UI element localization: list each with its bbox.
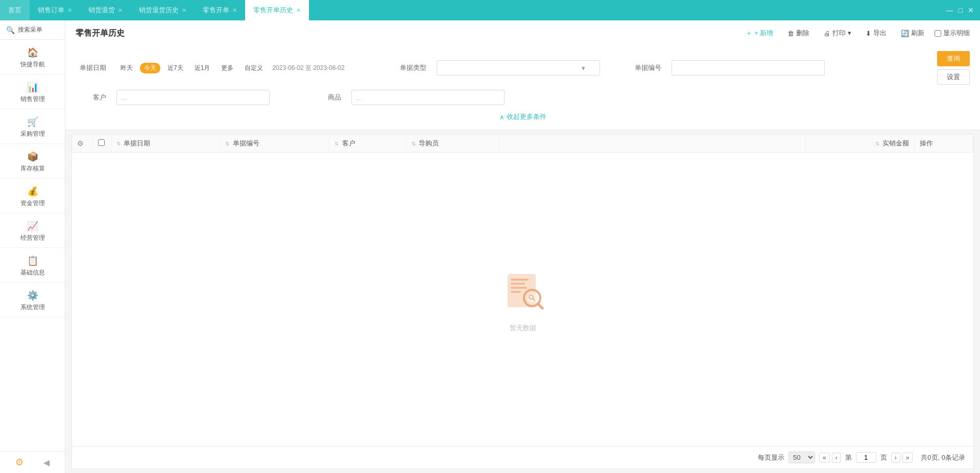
set-button[interactable]: 设置 <box>937 69 970 85</box>
sidebar-search[interactable]: 🔍 搜索采单 <box>0 20 65 40</box>
sidebar-bottom: ⚙ ◀ <box>0 451 65 473</box>
collapse-sidebar-icon[interactable]: ◀ <box>43 458 50 467</box>
page-navigation: « ‹ 第 页 › » <box>819 452 913 463</box>
customer-input[interactable]: … <box>116 90 270 105</box>
close-sales-return[interactable]: ✕ <box>118 7 123 14</box>
add-label: + 新增 <box>754 29 773 38</box>
export-label: 导出 <box>873 29 887 38</box>
col-date: ⇅ 单据日期 <box>111 135 220 153</box>
filter-row-2: 客户 … 商品 … <box>76 90 970 105</box>
sidebar-item-sys-mgmt[interactable]: ⚙️ 系统管理 <box>0 283 65 317</box>
doc-type-select[interactable]: ▾ <box>437 60 600 76</box>
date-opt-more[interactable]: 更多 <box>217 63 237 73</box>
total-info: 共0页, 0条记录 <box>921 453 965 462</box>
goods-label: 商品 <box>310 93 341 102</box>
data-table: ⚙ ⇅ 单据日期 ⇅ 单据编号 <box>72 135 973 153</box>
query-button[interactable]: 查询 <box>937 51 970 66</box>
sort-arrows-guide[interactable]: ⇅ <box>412 141 417 146</box>
sidebar-item-finance[interactable]: 💰 资金管理 <box>0 179 65 213</box>
tab-retail-open[interactable]: 零售开单 ✕ <box>195 0 245 20</box>
collapse-more-label: 收起更多条件 <box>507 112 546 121</box>
date-options: 昨天 今天 近7天 近1月 更多 自定义 2023-06-02 至 2023-0… <box>116 63 345 73</box>
page-label-after: 页 <box>880 453 887 462</box>
date-opt-7days[interactable]: 近7天 <box>163 63 187 73</box>
tab-home[interactable]: 首页 <box>0 0 30 20</box>
sort-arrows-amount[interactable]: ⇅ <box>875 141 881 146</box>
next-page-btn[interactable]: › <box>891 453 900 463</box>
svg-rect-4 <box>511 291 521 293</box>
date-opt-1month[interactable]: 近1月 <box>190 63 214 73</box>
date-opt-custom[interactable]: 自定义 <box>241 63 267 73</box>
last-page-btn[interactable]: » <box>902 453 913 463</box>
delete-icon: 🗑 <box>787 30 794 37</box>
content-area: 零售开单历史 ＋ + 新增 🗑 删除 🖨 打印 ▾ <box>65 20 980 473</box>
tab-sales-return-history[interactable]: 销货退货历史 ✕ <box>131 0 195 20</box>
goods-input[interactable]: … <box>351 90 505 105</box>
customer-ellipsis: … <box>121 94 128 102</box>
col-amount: ⇅ 实销金额 <box>805 135 915 153</box>
settings-icon[interactable]: ⚙ <box>15 457 23 468</box>
date-opt-today[interactable]: 今天 <box>140 63 160 73</box>
close-window-icon[interactable]: ✕ <box>968 6 974 14</box>
col-action: 操作 <box>915 135 973 153</box>
col-doc-no: ⇅ 单据编号 <box>220 135 329 153</box>
sidebar-item-inventory[interactable]: 📦 库存核算 <box>0 144 65 179</box>
date-opt-yesterday[interactable]: 昨天 <box>116 63 137 73</box>
export-button[interactable]: ⬇ 导出 <box>862 27 891 40</box>
doc-no-label: 单据编号 <box>631 63 661 72</box>
close-sales-return-history[interactable]: ✕ <box>182 7 186 14</box>
add-button[interactable]: ＋ + 新增 <box>742 27 777 40</box>
sort-arrows-customer[interactable]: ⇅ <box>334 141 340 146</box>
sidebar-item-quick-nav[interactable]: 🏠 快捷导航 <box>0 40 65 74</box>
minimize-icon[interactable]: — <box>946 6 953 14</box>
inventory-label: 库存核算 <box>20 164 45 173</box>
current-page-input[interactable] <box>856 452 876 463</box>
print-icon: 🖨 <box>824 30 830 37</box>
first-page-btn[interactable]: « <box>819 453 830 463</box>
doc-type-arrow: ▾ <box>582 64 585 72</box>
close-retail-history[interactable]: ✕ <box>296 7 301 14</box>
print-button[interactable]: 🖨 打印 ▾ <box>820 27 855 40</box>
empty-state: 暂无数据 <box>72 153 973 446</box>
tab-sales-return[interactable]: 销货退货 ✕ <box>80 0 131 20</box>
display-detail-toggle[interactable]: 显示明细 <box>935 29 970 38</box>
doc-no-input[interactable] <box>672 60 825 76</box>
prev-page-btn[interactable]: ‹ <box>832 453 841 463</box>
filter-row-1: 单据日期 昨天 今天 近7天 近1月 更多 自定义 2023-06-02 至 2… <box>76 51 970 85</box>
sidebar-item-base-info[interactable]: 📋 基础信息 <box>0 248 65 283</box>
svg-rect-3 <box>511 287 527 289</box>
col-settings: ⚙ <box>72 135 92 153</box>
sidebar-item-purchase-mgmt[interactable]: 🛒 采购管理 <box>0 109 65 144</box>
sidebar-search-label: 搜索采单 <box>18 26 42 34</box>
finance-icon: 💰 <box>27 186 38 197</box>
close-sales-order[interactable]: ✕ <box>67 7 72 14</box>
per-page-select[interactable]: 50 10 20 100 <box>788 452 815 463</box>
display-detail-checkbox[interactable] <box>935 30 941 37</box>
sort-arrows-date[interactable]: ⇅ <box>116 141 122 146</box>
page-title: 零售开单历史 <box>76 28 125 39</box>
sidebar-item-operations[interactable]: 📈 经营管理 <box>0 213 65 248</box>
select-all-checkbox[interactable] <box>98 139 105 146</box>
refresh-label: 刷新 <box>911 29 924 38</box>
export-icon: ⬇ <box>866 30 871 37</box>
base-info-label: 基础信息 <box>20 268 45 277</box>
sidebar-item-sales-mgmt[interactable]: 📊 销售管理 <box>0 74 65 109</box>
svg-rect-2 <box>511 283 525 285</box>
svg-point-6 <box>527 293 537 303</box>
collapse-more-btn[interactable]: ∧ 收起更多条件 <box>76 110 970 126</box>
pagination: 每页显示 50 10 20 100 « ‹ 第 页 › » 共0页, 0条记录 <box>72 446 973 468</box>
close-retail-open[interactable]: ✕ <box>232 7 237 14</box>
purchase-mgmt-icon: 🛒 <box>27 116 38 128</box>
refresh-icon: 🔄 <box>901 30 909 37</box>
toolbar: ＋ + 新增 🗑 删除 🖨 打印 ▾ ⬇ 导出 <box>742 27 970 40</box>
table-header-row: ⚙ ⇅ 单据日期 ⇅ 单据编号 <box>72 135 973 153</box>
refresh-button[interactable]: 🔄 刷新 <box>897 27 928 40</box>
maximize-icon[interactable]: □ <box>959 6 963 14</box>
delete-button[interactable]: 🗑 删除 <box>783 27 814 40</box>
tab-retail-history[interactable]: 零售开单历史 ✕ <box>245 0 309 20</box>
main-layout: 🔍 搜索采单 🏠 快捷导航 📊 销售管理 🛒 采购管理 📦 库存核算 💰 资金管… <box>0 20 980 473</box>
sort-arrows-doc-no[interactable]: ⇅ <box>225 141 231 146</box>
settings-col-icon[interactable]: ⚙ <box>77 139 84 147</box>
tab-sales-order[interactable]: 销售订单 ✕ <box>30 0 80 20</box>
add-icon: ＋ <box>746 29 752 38</box>
